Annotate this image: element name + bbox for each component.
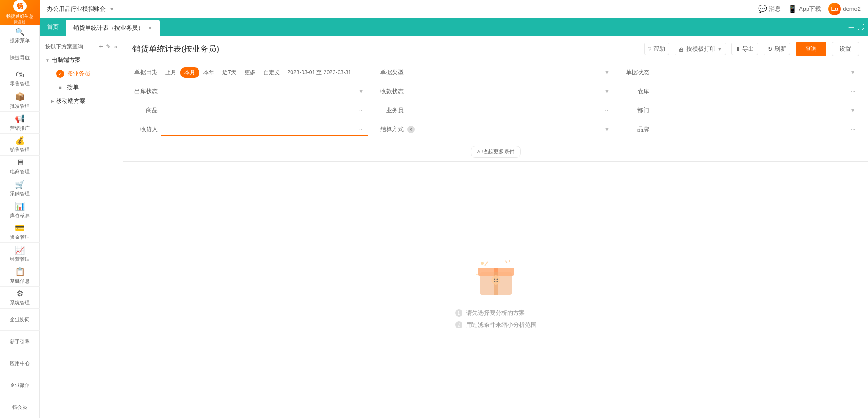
salesman-dots-icon: ··· — [605, 107, 609, 114]
brand-control: ··· — [653, 123, 859, 136]
collapse-conditions-btn[interactable]: ∧ 收起更多条件 — [471, 146, 521, 158]
tree-pc-parent[interactable]: ▼ 电脑端方案 — [40, 53, 123, 67]
date-btn-thismonth[interactable]: 本月 — [180, 67, 199, 78]
add-scheme-btn[interactable]: + — [99, 43, 103, 51]
app-download-btn[interactable]: 📱 App下载 — [788, 5, 821, 13]
brand-input[interactable] — [653, 123, 859, 136]
sidebar-item-corpwechat[interactable]: 企业微信 — [0, 374, 40, 396]
active-scheme-label: 按业务员 — [67, 70, 90, 78]
page-title-actions: ? 帮助 🖨 按模板打印 ▼ ⬇ 导出 ↻ 刷新 — [644, 42, 859, 56]
basic-label: 基础信息 — [10, 278, 30, 285]
left-panel-actions: + ✎ « — [99, 43, 118, 51]
filter-date: 单据日期 上月 本月 本年 近7天 更多 自定义 2023-03-01 至 20… — [132, 67, 368, 78]
print-btn[interactable]: 🖨 按模板打印 ▼ — [675, 43, 726, 55]
receiver-control: ··· — [161, 123, 368, 136]
date-btn-lastmonth[interactable]: 上月 — [161, 67, 180, 78]
sales-label: 销售管理 — [10, 147, 30, 153]
user-profile-btn[interactable]: Ea demo2 — [828, 3, 861, 15]
workspace-selector[interactable]: 办公用品行业模拟账套 ▼ — [47, 5, 114, 13]
tab-bar-minimize-btn[interactable]: ─ — [849, 23, 854, 31]
sidebar-item-purchase[interactable]: 🛒 采购管理 — [0, 177, 40, 199]
dept-select[interactable] — [653, 104, 859, 117]
query-btn[interactable]: 查询 — [796, 42, 826, 56]
date-btn-thisyear[interactable]: 本年 — [199, 67, 218, 78]
filter-outstatus: 出库状态 ▼ — [132, 85, 368, 98]
help-btn[interactable]: ? 帮助 — [644, 43, 669, 55]
date-btn-custom[interactable]: 自定义 — [259, 67, 284, 78]
doctype-select[interactable] — [407, 66, 613, 79]
sidebar-item-finance[interactable]: 💳 资金管理 — [0, 221, 40, 243]
sidebar-item-member[interactable]: 畅会员 — [0, 396, 40, 418]
tree-child-byorder[interactable]: ≡ 按单 — [40, 81, 123, 94]
paymentstatus-label: 收款状态 — [378, 87, 404, 95]
filter-dept: 部门 ▼ — [624, 104, 859, 117]
sidebar-item-quicknav[interactable]: 快捷导航 — [0, 46, 40, 68]
receiver-input[interactable] — [161, 123, 368, 136]
sidebar-search-menu[interactable]: 🔍 搜索菜单 — [0, 25, 40, 46]
dept-control: ▼ — [653, 104, 859, 117]
date-btn-7days[interactable]: 近7天 — [218, 67, 241, 78]
refresh-btn[interactable]: ↻ 刷新 — [764, 43, 790, 55]
settlement-select[interactable] — [416, 123, 613, 136]
workspace-title: 办公用品行业模拟账套 — [47, 5, 106, 13]
sidebar-item-guide[interactable]: 新手引导 — [0, 331, 40, 352]
sidebar-item-marketing[interactable]: 📢 营销推广 — [0, 112, 40, 133]
docstatus-label: 单据状态 — [624, 68, 649, 76]
goods-input[interactable] — [161, 104, 368, 117]
user-name: demo2 — [843, 5, 861, 12]
tip-num-2: 2 — [455, 321, 462, 328]
empty-state: 1 请先选择要分析的方案 2 用过滤条件来缩小分析范围 — [123, 162, 868, 418]
tip-text-1: 请先选择要分析的方案 — [466, 309, 525, 317]
sidebar-item-basic[interactable]: 📋 基础信息 — [0, 265, 40, 287]
app-download-label: App下载 — [799, 5, 821, 13]
tree-pc-label: 电脑端方案 — [52, 56, 81, 64]
tab-active[interactable]: 销货单统计表（按业务员） × — [66, 20, 160, 36]
basic-icon: 📋 — [15, 267, 25, 277]
goods-control: ··· — [161, 104, 368, 117]
sidebar-item-system[interactable]: ⚙ 系统管理 — [0, 287, 40, 309]
tree-child-salesman[interactable]: ✓ 按业务员 — [40, 67, 123, 81]
filter-settlement: 结算方式 ✕ ▼ — [378, 123, 613, 136]
paymentstatus-dropdown-icon: ▼ — [604, 88, 609, 95]
marketing-icon: 📢 — [15, 114, 25, 124]
sidebar-item-ops[interactable]: 📈 经营管理 — [0, 243, 40, 265]
outstatus-select[interactable] — [161, 85, 368, 98]
edit-scheme-btn[interactable]: ✎ — [106, 43, 111, 50]
paymentstatus-select[interactable] — [407, 85, 613, 98]
tab-bar: 首页 销货单统计表（按业务员） × ─ ⛶ — [40, 18, 868, 36]
paymentstatus-control: ▼ — [407, 85, 613, 98]
tab-bar-expand-btn[interactable]: ⛶ — [857, 23, 864, 31]
docstatus-select[interactable] — [653, 66, 859, 79]
tree-pc-group: ▼ 电脑端方案 ✓ 按业务员 ≡ 按单 ▶ 移动端方案 — [40, 53, 123, 108]
top-header: 办公用品行业模拟账套 ▼ 💬 消息 📱 App下载 Ea demo2 — [40, 0, 868, 18]
sidebar-item-sales[interactable]: 💰 销售管理 — [0, 134, 40, 156]
salesman-input[interactable] — [407, 104, 613, 117]
brand-dots-icon: ··· — [851, 126, 855, 133]
left-panel-title: 按以下方案查询 — [45, 43, 83, 51]
tab-home[interactable]: 首页 — [40, 18, 66, 36]
tab-close-btn[interactable]: × — [147, 24, 152, 32]
sidebar-logo[interactable]: 畅 畅捷通好生意 标准版 — [0, 0, 40, 25]
export-btn[interactable]: ⬇ 导出 — [731, 43, 758, 55]
empty-tips: 1 请先选择要分析的方案 2 用过滤条件来缩小分析范围 — [455, 309, 537, 332]
sidebar-item-appcenter[interactable]: 应用中心 — [0, 352, 40, 374]
sidebar-item-ecommerce[interactable]: 🖥 电商管理 — [0, 156, 40, 177]
receiver-label: 收货人 — [132, 125, 158, 133]
settings-btn[interactable]: 设置 — [832, 42, 859, 56]
tree-mobile-group[interactable]: ▶ 移动端方案 — [40, 94, 123, 108]
sidebar-item-coop[interactable]: 企业协同 — [0, 309, 40, 330]
salesman-control: ··· — [407, 104, 613, 117]
sidebar-item-retail[interactable]: 🛍 零售管理 — [0, 68, 40, 90]
empty-svg — [469, 247, 523, 302]
messages-btn[interactable]: 💬 消息 — [758, 5, 781, 13]
date-btn-more[interactable]: 更多 — [241, 67, 259, 78]
sidebar-item-wholesale[interactable]: 📦 批发管理 — [0, 90, 40, 112]
sidebar-item-inventory[interactable]: 📊 库存核算 — [0, 200, 40, 221]
settlement-clear-btn[interactable]: ✕ — [407, 126, 415, 133]
settlement-dropdown-icon: ▼ — [604, 126, 609, 133]
warehouse-input[interactable] — [653, 85, 859, 98]
wholesale-icon: 📦 — [15, 92, 25, 102]
active-scheme-icon: ✓ — [56, 70, 64, 78]
doctype-dropdown-icon: ▼ — [604, 69, 609, 76]
collapse-panel-btn[interactable]: « — [114, 43, 118, 50]
